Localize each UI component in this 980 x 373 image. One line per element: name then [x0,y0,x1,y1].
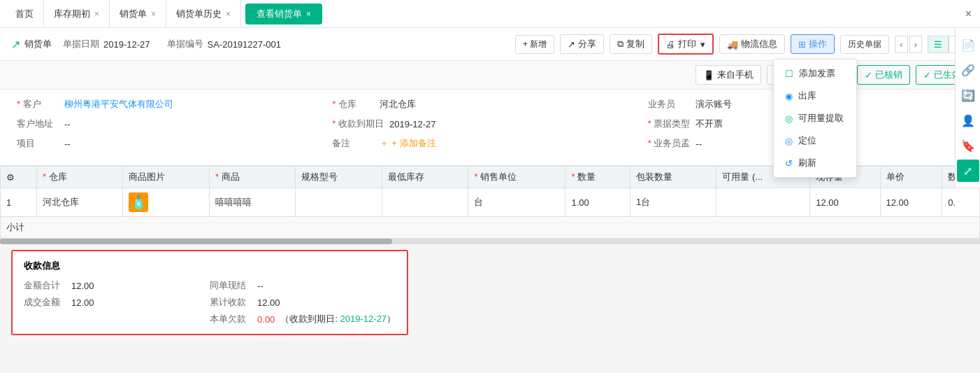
sidebar-doc-icon[interactable]: 📄 [957,34,979,56]
deal-amount-label: 成交金额 [24,296,66,309]
payment-info-title: 收款信息 [24,260,396,272]
row-warehouse: 河北仓库 [36,188,123,217]
col-unit: 销售单位 [468,167,565,188]
col-image: 商品图片 [123,167,210,188]
refresh-icon: ↺ [785,158,793,169]
warehouse-field: 仓库 河北仓库 [332,98,647,111]
close-tab-inventory[interactable]: × [94,9,99,19]
doc-header: ↗ 销货单 单据日期 2019-12-27 单据编号 SA-20191227-0… [0,28,980,61]
right-sidebar: 📄 🔗 🔄 👤 🔖 ⤢ [955,28,980,188]
address-field: 客户地址 -- [17,118,332,130]
sidebar-sync-icon[interactable]: 🔄 [957,84,979,106]
customer-field: 客户 柳州粤港平安气体有限公司 [17,98,332,111]
close-tab-view[interactable]: × [306,9,311,19]
print-dropdown-arrow: ▾ [700,39,705,50]
staff-value: 演示账号 [696,98,732,111]
col-warehouse: 仓库 [36,167,123,188]
col-settings[interactable]: ⚙ [1,167,37,188]
doc-no-field: 单据编号 SA-20191227-001 [167,38,282,50]
dropdown-outbound-label: 出库 [798,90,816,102]
window-close-icon[interactable]: × [965,8,972,20]
operation-icon: ⊞ [798,39,806,50]
dropdown-refresh[interactable]: ↺ 刷新 [774,152,856,174]
share-button[interactable]: ↗ 分享 [560,34,604,54]
doc-type-label: 销货单 [24,38,52,50]
dropdown-outbound[interactable]: ◉ 出库 [774,85,856,107]
tab-view-sales[interactable]: 查看销货单 × [245,3,322,24]
row-available [716,188,810,217]
col-product: 商品 [209,167,296,188]
row-image: 🧴 [123,188,210,217]
logistics-icon: 🚚 [727,39,738,50]
owed-row: 本单欠款 0.00 （收款到期日: 2019-12-27） [210,313,396,325]
tab-sales-history[interactable]: 销货单历史 × [166,0,241,28]
tab-inventory-init[interactable]: 库存期初 × [44,0,110,28]
dropdown-available[interactable]: ◎ 可用量提取 [774,107,856,129]
outbound-icon: ◉ [785,91,793,101]
row-qty: 1.00 [565,188,630,217]
dropdown-locate[interactable]: ◎ 定位 [774,129,856,152]
scrollbar-thumb[interactable] [0,239,392,244]
project-label: 项目 [17,137,59,150]
add-remark-button[interactable]: ＋ + 添加备注 [380,137,435,150]
col-min-stock: 最低库存 [382,167,468,188]
print-icon: 🖨 [666,39,675,50]
cumulative-label: 累计收款 [210,296,252,309]
address-label: 客户地址 [17,118,59,130]
owed-date: 2019-12-27 [340,314,387,324]
same-order-value: -- [257,281,264,291]
dropdown-refresh-label: 刷新 [798,157,816,169]
sidebar-user-icon[interactable]: 👤 [957,109,979,132]
history-button[interactable]: 历史单据 [840,35,889,54]
sidebar-tag-icon[interactable]: 🔖 [957,134,979,157]
operation-button[interactable]: ⊞ 操作 [791,34,835,54]
from-phone-button[interactable]: 📱 来自手机 [696,65,761,85]
customer-value[interactable]: 柳州粤港平安气体有限公司 [64,98,173,111]
staff-label: 业务员 [648,98,690,111]
doc-no-label: 单据编号 [167,38,203,50]
add-invoice-icon: ☐ [785,69,793,79]
sidebar-link-icon[interactable]: 🔗 [957,59,979,81]
tab-home[interactable]: 首页 [6,0,44,28]
logistics-button[interactable]: 🚚 物流信息 [719,34,785,54]
prev-button[interactable]: ‹ [895,36,907,53]
business-value: -- [696,139,702,149]
row-price: 12.00 [880,188,942,217]
view-list-button[interactable]: ☰ [928,36,949,53]
payment-info-left: 金额合计 12.00 成交金额 12.00 [24,279,210,325]
row-stock: 12.00 [810,188,880,217]
warehouse-label: 仓库 [332,98,374,111]
customer-label: 客户 [17,98,59,111]
tab-sales-order[interactable]: 销货单 × [110,0,166,28]
dropdown-add-invoice[interactable]: ☐ 添加发票 [774,62,856,85]
col-qty: 数量 [565,167,630,188]
doc-no-value: SA-20191227-001 [208,39,282,50]
deal-amount-row: 成交金额 12.00 [24,296,210,309]
table-scrollbar[interactable] [0,239,980,244]
row-unit: 台 [468,188,565,217]
doc-type-icon: ↗ [11,38,20,51]
product-thumbnail: 🧴 [129,192,148,212]
print-button[interactable]: 🖨 打印 ▾ [658,34,714,55]
due-date-label: 收款到期日 [332,118,384,130]
due-date-field: 收款到期日 2019-12-27 [332,118,647,130]
owed-label: 本单欠款 [210,313,252,325]
operation-dropdown: ☐ 添加发票 ◉ 出库 ◎ 可用量提取 ◎ 定位 ↺ 刷新 [773,59,857,178]
new-button[interactable]: + 新增 [515,35,554,54]
ticket-type-value: 不开票 [696,118,723,130]
next-button[interactable]: › [909,36,922,53]
close-tab-history[interactable]: × [226,9,231,19]
project-field: 项目 -- [17,137,332,150]
row-amount: 0. [942,188,980,217]
copy-icon: ⧉ [617,38,624,50]
dropdown-add-invoice-label: 添加发票 [799,67,835,80]
address-value: -- [64,119,71,129]
sidebar-expand-icon[interactable]: ⤢ [957,160,979,182]
row-pack-qty: 1台 [630,188,716,217]
total-amount-row: 金额合计 12.00 [24,279,210,292]
settings-icon: ⚙ [6,172,15,183]
close-tab-sales[interactable]: × [151,9,156,19]
copy-button[interactable]: ⧉ 复制 [610,34,652,54]
deal-amount-value: 12.00 [71,297,94,308]
tab-bar: 首页 库存期初 × 销货单 × 销货单历史 × 查看销货单 × × [0,0,980,28]
